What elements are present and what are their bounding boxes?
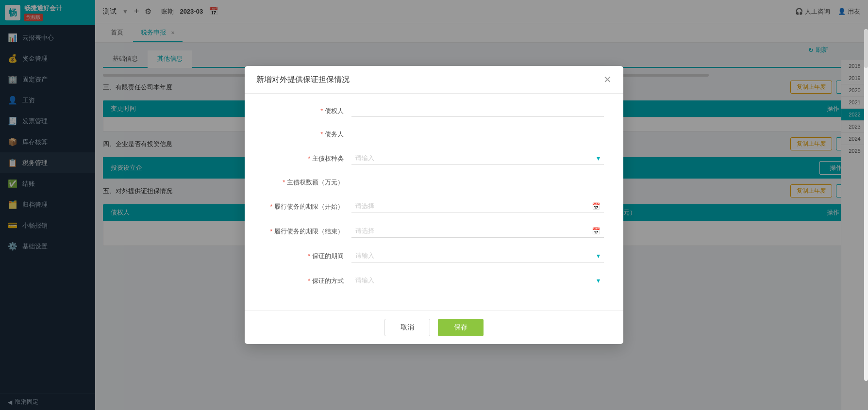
modal-title: 新增对外提供保证担保情况	[256, 75, 350, 85]
form-row-creditor-amount: * 主债权数额（万元）	[264, 177, 604, 188]
form-row-guarantee-method: * 保证的方式 请输入 ▾	[264, 274, 604, 287]
form-row-debtor: * 债务人	[264, 129, 604, 140]
modal-body: * 债权人 * 债务人 * 主债权种类 请输入	[245, 94, 623, 311]
calendar-end-icon: 📅	[592, 227, 600, 235]
calendar-start-icon: 📅	[592, 202, 600, 210]
datepicker-end-placeholder: 请选择	[355, 227, 374, 235]
select-guarantee-method-text: 请输入	[355, 276, 374, 285]
input-creditor[interactable]	[351, 105, 604, 117]
save-button[interactable]: 保存	[438, 319, 484, 336]
form-row-perform-end: * 履行债务的期限（结束） 请选择 📅	[264, 225, 604, 238]
modal-header: 新增对外提供保证担保情况 ✕	[245, 66, 623, 94]
datepicker-start-placeholder: 请选择	[355, 202, 374, 211]
label-perform-end: * 履行债务的期限（结束）	[264, 227, 351, 236]
datepicker-perform-end[interactable]: 请选择 📅	[351, 225, 604, 238]
select-guarantee-period-text: 请输入	[355, 251, 374, 260]
input-debtor[interactable]	[351, 129, 604, 140]
label-creditor-type: * 主债权种类	[264, 154, 351, 163]
label-guarantee-method: * 保证的方式	[264, 277, 351, 285]
chevron-down-icon: ▾	[597, 154, 600, 162]
label-creditor-amount: * 主债权数额（万元）	[264, 178, 351, 187]
form-row-creditor: * 债权人	[264, 105, 604, 117]
select-guarantee-period[interactable]: 请输入 ▾	[351, 249, 604, 262]
label-debtor: * 债务人	[264, 130, 351, 139]
form-row-perform-start: * 履行债务的期限（开始） 请选择 📅	[264, 200, 604, 213]
datepicker-perform-start[interactable]: 请选择 📅	[351, 200, 604, 213]
form-row-guarantee-period: * 保证的期间 请输入 ▾	[264, 249, 604, 262]
chevron-down-icon-2: ▾	[597, 252, 600, 260]
label-perform-start: * 履行债务的期限（开始）	[264, 202, 351, 211]
label-creditor: * 债权人	[264, 107, 351, 115]
modal-dialog: 新增对外提供保证担保情况 ✕ * 债权人 * 债务人	[245, 66, 623, 344]
modal-overlay: 新增对外提供保证担保情况 ✕ * 债权人 * 债务人	[0, 0, 868, 410]
form-row-creditor-type: * 主债权种类 请输入 ▾	[264, 152, 604, 165]
label-guarantee-period: * 保证的期间	[264, 252, 351, 261]
modal-close-button[interactable]: ✕	[603, 74, 612, 85]
select-creditor-type-text: 请输入	[355, 154, 374, 163]
modal-footer: 取消 保存	[245, 311, 623, 344]
cancel-button[interactable]: 取消	[384, 319, 430, 336]
select-creditor-type[interactable]: 请输入 ▾	[351, 152, 604, 165]
chevron-down-icon-3: ▾	[597, 277, 600, 284]
select-guarantee-method[interactable]: 请输入 ▾	[351, 274, 604, 287]
input-creditor-amount[interactable]	[351, 177, 604, 188]
